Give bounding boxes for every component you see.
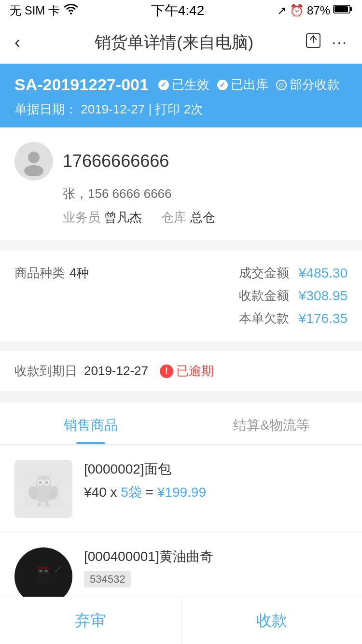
salesman-value: 曾凡杰 [104,209,142,226]
collected-row: 收款金额 ¥308.95 [239,287,348,304]
due-label: 收款到期日 [14,363,77,379]
effective-icon: ✓ [158,80,169,90]
order-number: SA-20191227-001 [14,75,149,94]
tab-settlement-label: 结算&物流等 [233,418,310,433]
svg-rect-32 [38,585,42,593]
cancel-review-button[interactable]: 弃审 [0,597,181,644]
collect-label: 收款 [256,610,287,631]
effective-label: 已生效 [172,76,209,93]
product-thumbnail: 贝+ [14,460,72,518]
collect-button[interactable]: 收款 [181,597,362,644]
customer-info-row: 业务员 曾凡杰 仓库 总仓 [63,209,348,226]
product-price-row: ¥40 x 5袋 = ¥199.99 [84,483,348,502]
status-partial: ⊙ 部分收款 [276,76,340,93]
status-tags: ✓ 已生效 ✓ 已出库 ⊙ 部分收款 [158,76,340,93]
deal-amount-label: 成交金额 [239,265,289,281]
print-label: 打印 [155,102,180,116]
deal-amount-row: 成交金额 ¥485.30 [239,265,348,281]
battery-icon [333,4,352,17]
product-title-2: 黄油曲奇 [159,549,213,564]
tabs-container: 销售商品 结算&物流等 [0,399,362,628]
product-item: 贝+ [0000002]面包 ¥40 x 5袋 = ¥199.99 [0,446,362,533]
price-separator: x [111,485,121,500]
salesman-label: 业务员 [63,209,100,226]
status-left: 无 SIM 卡 [10,3,78,18]
deal-amount-value: ¥485.30 [299,266,348,281]
product-types-label: 商品种类 [14,265,65,281]
svg-rect-2 [334,6,348,12]
tabs-row: 销售商品 结算&物流等 [0,403,362,445]
product-code: [0000002] [84,462,144,476]
time-display: 下午4:42 [151,1,205,20]
battery-text: 87% [307,4,330,17]
partial-label: 部分收款 [290,76,340,93]
shipped-icon: ✓ [217,80,228,90]
svg-point-30 [44,570,47,572]
tab-sales-label: 销售商品 [64,418,118,433]
svg-point-4 [28,152,40,163]
debt-label: 本单欠款 [239,310,289,327]
due-section: 收款到期日 2019-12-27 ! 已逾期 [0,351,362,391]
overdue-text: 已逾期 [176,363,214,379]
back-button[interactable]: ‹ [14,32,43,53]
shipped-label: 已出库 [231,76,268,93]
wifi-icon [64,4,78,17]
svg-point-29 [39,570,42,572]
overdue-icon: ! [160,364,173,378]
debt-row: 本单欠款 ¥176.35 [239,310,348,327]
nav-bar: ‹ 销货单详情(来自电脑) ··· [0,21,362,64]
status-bar: 无 SIM 卡 下午4:42 ↗ ⏰ 87% [0,0,362,21]
svg-point-11 [39,481,42,484]
due-date: 2019-12-27 [84,364,148,378]
order-date: 2019-12-27 [81,102,145,116]
warehouse-label: 仓库 [161,209,186,226]
product-price: ¥40 [84,485,107,500]
status-shipped: ✓ 已出库 [217,76,268,93]
partial-icon: ⊙ [276,80,287,90]
svg-rect-1 [350,7,352,11]
status-right: ↗ ⏰ 87% [277,4,352,17]
product-details: [0000002]面包 ¥40 x 5袋 = ¥199.99 [84,460,348,502]
svg-rect-33 [44,585,49,593]
order-row: SA-20191227-001 ✓ 已生效 ✓ 已出库 ⊙ 部分收款 [14,75,348,94]
header-date: 单据日期： 2019-12-27 | 打印 2次 [14,101,348,118]
more-icon[interactable]: ··· [332,33,348,51]
product-types: 商品种类 4种 [14,265,181,281]
carrier-text: 无 SIM 卡 [10,3,60,18]
customer-row: 17666666666 [14,142,348,181]
print-count-val: 2 [184,102,191,116]
header-banner: SA-20191227-001 ✓ 已生效 ✓ 已出库 ⊙ 部分收款 单据日期：… [0,64,362,127]
avatar [14,142,53,181]
svg-point-12 [45,481,48,484]
product-name-2: [000400001]黄油曲奇 [84,547,348,566]
product-total: ¥199.99 [157,485,206,500]
share-icon[interactable] [305,32,322,53]
product-name: [0000002]面包 [84,460,348,478]
cancel-label: 弃审 [75,610,106,631]
customer-name: 张，156 6666 6666 [63,185,348,202]
svg-point-5 [24,165,43,176]
product-types-value: 4种 [70,265,89,281]
page-title: 销货单详情(来自电脑) [95,31,253,54]
date-label: 单据日期： [14,102,77,116]
tab-settlement[interactable]: 结算&物流等 [181,403,362,444]
svg-rect-27 [38,567,49,569]
product-title: 面包 [144,462,171,476]
stats-section: 商品种类 4种 成交金额 ¥485.30 收款金额 ¥308.95 本单欠款 ¥… [0,250,362,341]
bottom-actions: 弃审 收款 [0,597,362,644]
nav-actions: ··· [305,32,348,53]
product-batch: 534532 [84,571,131,588]
eq-sign: = [146,485,157,500]
print-unit: 次 [191,102,203,116]
overdue-badge: ! 已逾期 [160,363,214,379]
customer-phone: 17666666666 [63,151,169,171]
customer-section: 17666666666 张，156 6666 6666 业务员 曾凡杰 仓库 总… [0,127,362,240]
svg-rect-28 [38,569,49,574]
svg-rect-31 [38,575,49,585]
status-effective: ✓ 已生效 [158,76,209,93]
tab-sales-products[interactable]: 销售商品 [0,403,181,444]
debt-value: ¥176.35 [299,311,348,326]
date-separator: | [148,102,155,116]
collected-label: 收款金额 [239,287,289,304]
product-code-2: [000400001] [84,549,159,564]
